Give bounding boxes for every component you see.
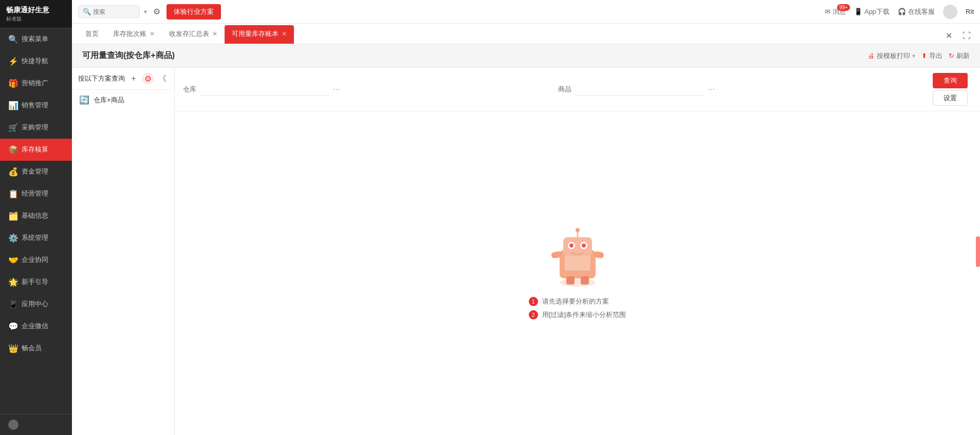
scheme-icon: 🔄 (79, 95, 89, 105)
app-title: 畅康通好生意 (6, 5, 66, 15)
sidebar-item-label: 销售管理 (22, 101, 48, 110)
online-service-button[interactable]: 🎧 在线客服 (898, 7, 935, 16)
gift-icon: 🎁 (8, 79, 17, 88)
svg-rect-3 (563, 237, 592, 256)
sidebar-item-label: 搜索菜单 (22, 34, 48, 44)
tab-close-button[interactable]: ✕ (942, 30, 955, 42)
left-panel-header: 按以下方案查询 + ⚙ 《 (72, 68, 174, 90)
topbar: 🔍 ▾ ⚙ 体验行业方案 ✉ 消息 99+ 📱 App下载 🎧 在线客服 Rit (72, 0, 980, 24)
scheme-item-warehouse-product[interactable]: 🔄 仓库+商品 (72, 90, 174, 110)
sidebar-item-collab[interactable]: 🤝 企业协同 (0, 249, 72, 271)
collapse-panel-button[interactable]: 《 (157, 73, 168, 84)
sidebar-item-label: 营销推广 (22, 79, 48, 88)
refresh-action[interactable]: ↻ 刷新 (949, 51, 970, 61)
query-button[interactable]: 查询 (933, 73, 968, 88)
right-scrollbar[interactable] (976, 236, 980, 267)
print-dropdown-icon[interactable]: ▾ (912, 52, 915, 60)
refresh-icon: ↻ (949, 52, 954, 60)
tab-expand-button[interactable]: ⛶ (959, 30, 974, 42)
sidebar-item-vip[interactable]: 👑 畅会员 (0, 337, 72, 360)
dropdown-chevron-icon[interactable]: ▾ (144, 8, 147, 15)
headset-icon: 🎧 (898, 8, 906, 15)
sidebar-item-label: 经营管理 (22, 189, 48, 198)
handshake-icon: 🤝 (8, 255, 17, 265)
print-label: 按模板打印 (877, 51, 910, 61)
tab-receive-summary-close-icon[interactable]: ✕ (212, 30, 217, 37)
app-subtitle: 标准版 (6, 15, 66, 23)
filter-actions: 查询 设置 (933, 73, 972, 106)
message-button[interactable]: ✉ 消息 99+ (825, 7, 846, 16)
page-title: 可用量查询(按仓库+商品) (82, 50, 175, 61)
username-label[interactable]: Rit (966, 8, 974, 15)
tab-receive-summary-label: 收发存汇总表 (169, 29, 209, 39)
folder-icon: 🗂️ (8, 211, 17, 221)
sidebar-item-label: 企业微信 (22, 321, 48, 331)
tab-available-ledger[interactable]: 可用量库存账本 ✕ (225, 25, 294, 44)
box-icon: 📦 (8, 145, 17, 155)
app-download-label: App下载 (864, 7, 890, 16)
sidebar-item-inventory[interactable]: 📦 库存核算 (0, 139, 72, 161)
scheme-settings-button[interactable]: ⚙ (142, 73, 154, 84)
sidebar-item-purchase[interactable]: 🛒 采购管理 (0, 117, 72, 139)
tab-available-ledger-close-icon[interactable]: ✕ (282, 30, 287, 37)
main-area: 🔍 ▾ ⚙ 体验行业方案 ✉ 消息 99+ 📱 App下载 🎧 在线客服 Rit (72, 0, 980, 435)
refresh-label: 刷新 (956, 51, 970, 61)
svg-rect-12 (566, 276, 575, 285)
tab-batch-account[interactable]: 库存批次账 ✕ (106, 25, 162, 44)
sidebar-item-label: 库存核算 (22, 145, 48, 154)
empty-tip-2: 2 用[过滤]条件来缩小分析范围 (529, 310, 626, 319)
print-action[interactable]: 🖨 按模板打印 ▾ (868, 51, 915, 61)
warehouse-filter-group: 仓库 ··· (183, 83, 548, 96)
cart-icon: 🛒 (8, 123, 17, 133)
sidebar-item-label: 快捷导航 (22, 56, 48, 66)
mobile-icon: 📱 (8, 299, 17, 309)
warehouse-filter-input[interactable] (200, 83, 329, 96)
warehouse-filter-more-icon[interactable]: ··· (333, 85, 340, 94)
filter-settings-button[interactable]: 设置 (933, 90, 968, 106)
sidebar: 畅康通好生意 标准版 🔍 搜索菜单 ⚡ 快捷导航 🎁 营销推广 📊 销售管理 🛒… (0, 0, 72, 435)
left-panel: 按以下方案查询 + ⚙ 《 🔄 仓库+商品 (72, 68, 175, 435)
settings-icon[interactable]: ⚙ (153, 7, 160, 16)
sidebar-item-finance[interactable]: 💰 资金管理 (0, 161, 72, 183)
app-download-button[interactable]: 📱 App下载 (854, 7, 890, 16)
tab-home-label: 首页 (85, 29, 99, 39)
lightning-icon: ⚡ (8, 56, 17, 66)
empty-robot-svg (547, 227, 608, 289)
search-input[interactable] (93, 8, 134, 15)
tabbar: 首页 库存批次账 ✕ 收发存汇总表 ✕ 可用量库存账本 ✕ ✕ ⛶ (72, 24, 980, 44)
empty-illustration (547, 227, 608, 289)
filter-row: 仓库 ··· 商品 ··· 查询 设置 (175, 68, 980, 111)
sidebar-item-shortcut[interactable]: ⚡ 快捷导航 (0, 50, 72, 72)
phone-icon: 📱 (854, 8, 862, 15)
sidebar-item-search[interactable]: 🔍 搜索菜单 (0, 28, 72, 50)
sidebar-item-app[interactable]: 📱 应用中心 (0, 293, 72, 315)
export-icon: ⬆ (921, 52, 927, 60)
user-avatar-small (8, 420, 19, 430)
page-content: 可用量查询(按仓库+商品) 🖨 按模板打印 ▾ ⬆ 导出 ↻ 刷新 (72, 44, 980, 435)
topbar-search-box[interactable]: 🔍 (78, 5, 140, 18)
sidebar-item-label: 畅会员 (22, 344, 42, 353)
add-scheme-button[interactable]: + (128, 73, 139, 84)
sidebar-item-sales[interactable]: 📊 销售管理 (0, 94, 72, 117)
export-label: 导出 (929, 51, 942, 61)
empty-tips: 1 请先选择要分析的方案 2 用[过滤]条件来缩小分析范围 (529, 297, 626, 319)
sidebar-item-label: 系统管理 (22, 233, 48, 242)
crown-icon: 👑 (8, 344, 17, 353)
product-filter-more-icon[interactable]: ··· (708, 85, 715, 94)
tab-batch-account-label: 库存批次账 (113, 29, 146, 39)
industry-solution-button[interactable]: 体验行业方案 (167, 4, 221, 20)
tab-home[interactable]: 首页 (78, 25, 106, 44)
export-action[interactable]: ⬆ 导出 (921, 51, 942, 61)
tab-receive-summary[interactable]: 收发存汇总表 ✕ (162, 25, 225, 44)
sidebar-item-wechat[interactable]: 💬 企业微信 (0, 315, 72, 337)
sidebar-item-basic[interactable]: 🗂️ 基础信息 (0, 205, 72, 227)
sidebar-item-bizm[interactable]: 📋 经营管理 (0, 183, 72, 205)
sidebar-item-newbie[interactable]: 🌟 新手引导 (0, 271, 72, 293)
tip-number-2: 2 (529, 310, 538, 319)
sidebar-item-marketing[interactable]: 🎁 营销推广 (0, 72, 72, 94)
search-icon: 🔍 (83, 8, 91, 15)
tab-available-ledger-label: 可用量库存账本 (232, 29, 279, 39)
tab-batch-account-close-icon[interactable]: ✕ (150, 30, 155, 37)
product-filter-input[interactable] (576, 83, 704, 96)
sidebar-item-system[interactable]: ⚙️ 系统管理 (0, 227, 72, 249)
